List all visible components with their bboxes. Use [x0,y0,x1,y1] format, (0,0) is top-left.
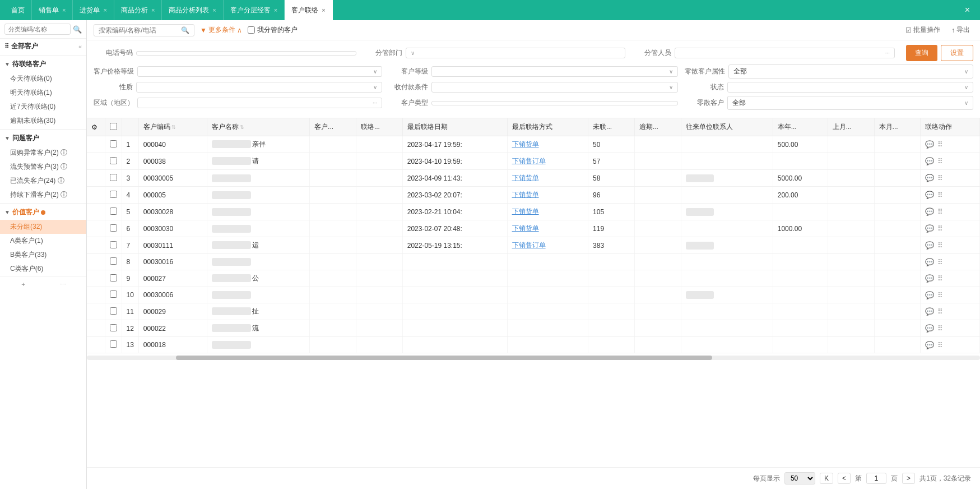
retail-attr-input[interactable]: 全部 ∨ [728,64,973,79]
cell-checkbox[interactable] [105,136,122,153]
name-sort[interactable]: ⇅ [240,124,244,130]
sidebar-item-b-class[interactable]: B类客户(33) [0,248,86,262]
col-company-contact[interactable]: 往来单位联系人 [681,118,773,136]
next-page-btn[interactable]: > [902,473,915,484]
close-customer-contact-icon[interactable]: × [322,7,325,13]
action-grid-icon[interactable]: ⠿ [937,140,943,149]
row-checkbox[interactable] [110,340,117,348]
method-link[interactable]: 下销货单 [512,140,539,148]
cell-checkbox[interactable] [105,187,122,204]
action-chat-icon[interactable]: 💬 [925,307,934,316]
sidebar-item-c-class[interactable]: C类客户(6) [0,262,86,276]
cell-checkbox[interactable] [105,170,122,187]
col-no-contact[interactable]: 未联... [588,118,635,136]
current-page-input[interactable] [866,473,886,484]
row-checkbox[interactable] [110,241,117,248]
method-link[interactable]: 下销货单 [512,224,539,232]
nature-input[interactable]: ∨ [136,82,382,93]
action-chat-icon[interactable]: 💬 [925,140,934,149]
method-link[interactable]: 下销售订单 [512,241,546,249]
cell-checkbox[interactable] [105,220,122,237]
dept-input[interactable]: ∨ [406,48,626,58]
status-input[interactable]: ∨ [727,82,973,93]
row-checkbox[interactable] [110,174,117,181]
row-checkbox[interactable] [110,207,117,215]
sidebar-item-a-class[interactable]: A类客户(1) [0,234,86,248]
sidebar-item-today[interactable]: 今天待联络(0) [0,72,86,86]
cell-checkbox[interactable] [105,303,122,320]
tab-customer-contact[interactable]: 客户联络 × [285,0,332,20]
reset-button[interactable]: 设置 [941,45,973,61]
tab-purchase[interactable]: 进货单 × [73,0,114,20]
cell-checkbox[interactable] [105,337,122,353]
sidebar-collapse-icon[interactable]: « [78,43,82,50]
tab-analysis-list[interactable]: 商品分析列表 × [162,0,223,20]
sidebar-item-churn-risk[interactable]: 流失预警客户(3) ⓘ [0,160,86,174]
customer-type-input[interactable] [431,101,677,105]
col-settings[interactable]: ⚙ [87,118,105,136]
my-customers-checkbox[interactable] [248,26,255,34]
row-checkbox[interactable] [110,324,117,331]
row-checkbox[interactable] [110,140,117,147]
method-link[interactable]: 下销货单 [512,207,539,215]
select-all-checkbox[interactable] [110,123,117,130]
row-checkbox[interactable] [110,224,117,232]
row-checkbox[interactable] [110,257,117,265]
col-overdue[interactable]: 逾期... [634,118,681,136]
action-grid-icon[interactable]: ⠿ [937,291,943,299]
tab-sales[interactable]: 销售单 × [32,0,73,20]
level-input[interactable]: ∨ [431,66,677,77]
main-search-icon[interactable]: 🔍 [181,26,189,34]
bulk-ops-btn[interactable]: ☑ 批量操作 [902,24,944,36]
col-checkbox[interactable] [105,118,122,136]
row-checkbox[interactable] [110,290,117,298]
cell-checkbox[interactable] [105,320,122,337]
action-chat-icon[interactable]: 💬 [925,241,934,250]
tab-analysis[interactable]: 商品分析 × [114,0,162,20]
row-checkbox[interactable] [110,307,117,315]
action-chat-icon[interactable]: 💬 [925,291,934,299]
col-name[interactable]: 客户名称⇅ [207,118,309,136]
col-last-method[interactable]: 最后联络方式 [507,118,588,136]
first-page-btn[interactable]: K [820,473,833,484]
retail-input[interactable]: 全部 ∨ [727,96,973,110]
sidebar-value-header[interactable]: ▼ 价值客户 [0,205,86,220]
close-analysis-icon[interactable]: × [151,7,155,13]
global-close-button[interactable]: × [959,5,976,15]
method-link[interactable]: 下销货单 [512,191,539,199]
row-checkbox[interactable] [110,157,117,164]
col-last-month[interactable]: 上月... [828,118,874,136]
sidebar-problem-header[interactable]: ▼ 问题客户 [0,131,86,146]
cell-checkbox[interactable] [105,287,122,303]
col-customer-type[interactable]: 客户... [310,118,356,136]
sidebar-item-abnormal[interactable]: 回购异常客户(2) ⓘ [0,146,86,160]
main-search-input[interactable] [99,26,181,34]
sidebar-item-overdue[interactable]: 逾期未联络(30) [0,114,86,128]
sidebar-item-7days[interactable]: 近7天待联络(0) [0,100,86,114]
page-size-select[interactable]: 50 100 200 [784,472,815,485]
close-sales-icon[interactable]: × [62,7,66,13]
price-level-input[interactable]: ∨ [137,66,382,77]
sidebar-pending-header[interactable]: ▼ 待联络客户 [0,57,86,72]
manager-input[interactable]: ··· [675,48,895,58]
query-button[interactable]: 查询 [906,45,937,61]
action-chat-icon[interactable]: 💬 [925,324,934,333]
cell-checkbox[interactable] [105,270,122,287]
method-link[interactable]: 下销售订单 [512,157,546,165]
action-grid-icon[interactable]: ⠿ [937,224,943,233]
home-tab[interactable]: 首页 [4,0,32,20]
sidebar-search-input[interactable] [4,24,71,35]
action-chat-icon[interactable]: 💬 [925,274,934,283]
sidebar-more-btn[interactable]: ⋯ [44,281,82,288]
action-grid-icon[interactable]: ⠿ [937,157,943,165]
action-chat-icon[interactable]: 💬 [925,258,934,266]
action-grid-icon[interactable]: ⠿ [937,274,943,283]
action-grid-icon[interactable]: ⠿ [937,191,943,199]
row-checkbox[interactable] [110,274,117,282]
close-analysis-list-icon[interactable]: × [212,7,216,13]
region-input[interactable]: ··· [137,98,382,108]
sidebar-item-declining[interactable]: 持续下滑客户(2) ⓘ [0,188,86,202]
sidebar-item-tomorrow[interactable]: 明天待联络(1) [0,86,86,100]
code-sort[interactable]: ⇅ [171,124,176,130]
action-grid-icon[interactable]: ⠿ [937,241,943,250]
